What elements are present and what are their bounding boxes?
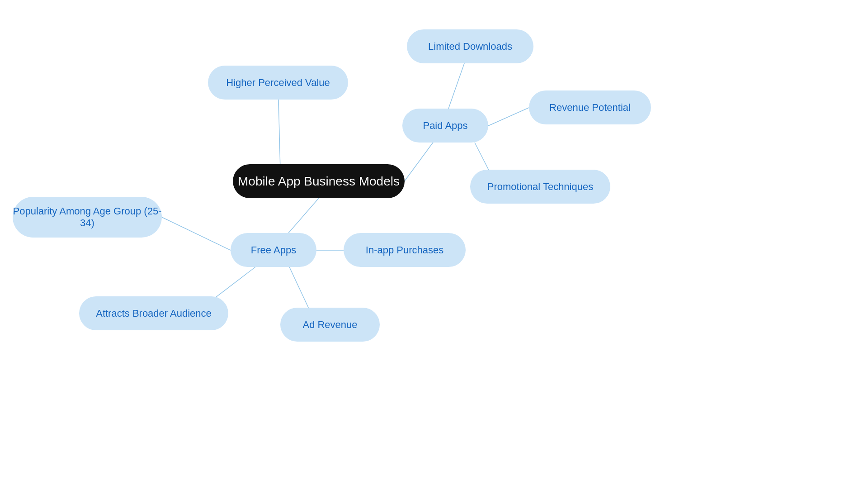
paid-apps-node: Paid Apps (402, 109, 488, 143)
attracts-broader-audience-node: Attracts Broader Audience (79, 296, 228, 330)
center-node: Mobile App Business Models (233, 164, 405, 198)
free-apps-node: Free Apps (231, 233, 316, 267)
promotional-techniques-node: Promotional Techniques (470, 170, 610, 204)
promotional-techniques-label: Promotional Techniques (487, 181, 593, 193)
center-label: Mobile App Business Models (238, 174, 400, 189)
higher-perceived-value-node: Higher Perceived Value (208, 66, 348, 100)
limited-downloads-label: Limited Downloads (428, 41, 512, 52)
svg-line-4 (488, 108, 529, 126)
in-app-purchases-label: In-app Purchases (366, 244, 443, 256)
free-apps-label: Free Apps (251, 244, 296, 256)
popularity-age-group-node: Popularity Among Age Group (25-34) (13, 197, 162, 238)
revenue-potential-node: Revenue Potential (529, 90, 651, 124)
popularity-age-group-label: Popularity Among Age Group (25-34) (13, 205, 162, 229)
in-app-purchases-node: In-app Purchases (344, 233, 466, 267)
ad-revenue-node: Ad Revenue (280, 308, 380, 342)
attracts-broader-audience-label: Attracts Broader Audience (96, 308, 212, 319)
limited-downloads-node: Limited Downloads (407, 29, 533, 63)
paid-apps-label: Paid Apps (423, 120, 467, 132)
svg-line-6 (162, 217, 231, 250)
higher-perceived-value-label: Higher Perceived Value (226, 77, 330, 89)
ad-revenue-label: Ad Revenue (302, 319, 357, 331)
revenue-potential-label: Revenue Potential (549, 102, 631, 114)
